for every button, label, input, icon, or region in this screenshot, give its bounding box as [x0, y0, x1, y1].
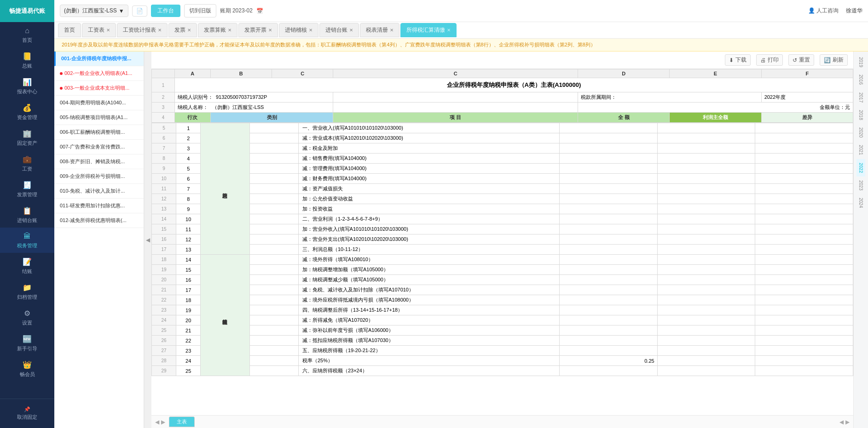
- left-panel-item-010[interactable]: 010-免税、减计收入及加计...: [54, 184, 144, 199]
- profit-cell[interactable]: [657, 275, 755, 285]
- diff-cell[interactable]: [755, 234, 853, 245]
- left-panel-item-007[interactable]: 007-广告费和业务宣传费跌...: [54, 140, 144, 154]
- year-item-2017[interactable]: 2017: [856, 89, 865, 106]
- year-item-2018[interactable]: 2018: [856, 106, 865, 124]
- profit-cell[interactable]: [657, 255, 755, 265]
- sidebar-item-畅会员[interactable]: 👑畅会员: [0, 356, 54, 382]
- sidebar-item-进销台账[interactable]: 📋进销台账: [0, 202, 54, 228]
- amount-cell[interactable]: [560, 275, 658, 285]
- amount-cell[interactable]: [560, 204, 658, 214]
- tab-工资统计报表[interactable]: 工资统计报表✕: [117, 23, 168, 37]
- user-service[interactable]: 👤 人工咨询: [808, 7, 839, 15]
- year-item-2019[interactable]: 2019: [856, 53, 865, 71]
- diff-cell[interactable]: [755, 366, 853, 376]
- diff-cell[interactable]: [755, 143, 853, 154]
- scroll-right-btn[interactable]: ▶: [845, 419, 850, 425]
- tab-所得税汇算清缴[interactable]: 所得税汇算清缴✕: [400, 23, 457, 37]
- sidebar-item-新手引导[interactable]: 🆕新手引导: [0, 330, 54, 356]
- tab-发票开票[interactable]: 发票开票✕: [238, 23, 278, 37]
- profit-cell[interactable]: [657, 133, 755, 143]
- year-item-2024[interactable]: 2024: [856, 194, 865, 211]
- amount-cell[interactable]: [560, 184, 658, 194]
- tab-close-icon[interactable]: ✕: [447, 28, 451, 33]
- profit-cell[interactable]: [657, 184, 755, 194]
- sidebar-item-总账[interactable]: 📒总账: [0, 47, 54, 73]
- profit-cell[interactable]: [657, 194, 755, 204]
- collapse-btn[interactable]: ◀: [144, 51, 151, 428]
- tab-close-icon[interactable]: ✕: [390, 28, 393, 33]
- sidebar-item-设置[interactable]: ⚙设置: [0, 304, 54, 330]
- diff-cell[interactable]: [755, 315, 853, 325]
- spreadsheet-container[interactable]: A B C C D E F: [151, 69, 853, 415]
- diff-cell[interactable]: [755, 325, 853, 336]
- doc-icon-btn[interactable]: 📄: [132, 6, 147, 17]
- tab-首页[interactable]: 首页: [58, 23, 81, 37]
- profit-cell[interactable]: [657, 336, 755, 346]
- profit-cell[interactable]: [657, 305, 755, 315]
- profit-cell[interactable]: [657, 285, 755, 295]
- amount-cell[interactable]: [560, 305, 658, 315]
- tab-close-icon[interactable]: ✕: [349, 28, 353, 33]
- sidebar-item-结账[interactable]: 📝结账: [0, 253, 54, 279]
- left-panel-item-003[interactable]: 003-一般企业成本支出明细...: [54, 81, 144, 96]
- sheet-tab-main[interactable]: 主表: [169, 417, 195, 427]
- profit-cell[interactable]: [657, 214, 755, 224]
- diff-cell[interactable]: [755, 214, 853, 224]
- amount-cell[interactable]: [560, 315, 658, 325]
- diff-cell[interactable]: [755, 194, 853, 204]
- year-item-2020[interactable]: 2020: [856, 124, 865, 141]
- amount-cell[interactable]: [560, 295, 658, 305]
- work-btn[interactable]: 工作台: [151, 5, 180, 17]
- left-panel-item-004[interactable]: 004-期间费用明细表(A1040...: [54, 96, 144, 110]
- tab-close-icon[interactable]: ✕: [158, 28, 162, 33]
- amount-cell[interactable]: 0.25: [560, 356, 658, 366]
- amount-cell[interactable]: [560, 325, 658, 336]
- profit-cell[interactable]: [657, 315, 755, 325]
- profit-cell[interactable]: [657, 356, 755, 366]
- tab-工资表[interactable]: 工资表✕: [82, 23, 116, 37]
- amount-cell[interactable]: [560, 174, 658, 184]
- profit-cell[interactable]: [657, 123, 755, 133]
- amount-cell[interactable]: [560, 346, 658, 356]
- amount-cell[interactable]: [560, 366, 658, 376]
- profit-cell[interactable]: [657, 325, 755, 336]
- profit-cell[interactable]: [657, 224, 755, 234]
- reset-btn[interactable]: ↺ 重置: [788, 54, 814, 66]
- tab-close-icon[interactable]: ✕: [228, 28, 231, 33]
- sidebar-item-税务管理[interactable]: 🏛税务管理: [0, 228, 54, 253]
- diff-cell[interactable]: [755, 204, 853, 214]
- tab-进销稽核[interactable]: 进销稽核✕: [279, 23, 318, 37]
- tab-发票算账[interactable]: 发票算账✕: [198, 23, 237, 37]
- diff-cell[interactable]: [755, 255, 853, 265]
- sidebar-item-归档管理[interactable]: 📁归档管理: [0, 279, 54, 304]
- prev-sheet-btn[interactable]: ◀: [155, 419, 159, 425]
- amount-cell[interactable]: [560, 194, 658, 204]
- diff-cell[interactable]: [755, 154, 853, 164]
- left-panel-item-008[interactable]: 008-资产折旧、摊销及纳税...: [54, 154, 144, 169]
- sidebar-item-固定资产[interactable]: 🏢固定资产: [0, 125, 54, 150]
- tab-close-icon[interactable]: ✕: [309, 28, 312, 33]
- sidebar-item-报表中心[interactable]: 📊报表中心: [0, 73, 54, 99]
- amount-cell[interactable]: [560, 123, 658, 133]
- year-item-2023[interactable]: 2023: [856, 177, 865, 194]
- amount-cell[interactable]: [560, 154, 658, 164]
- sidebar-item-发票管理[interactable]: 🧾发票管理: [0, 176, 54, 202]
- diff-cell[interactable]: [755, 356, 853, 366]
- profit-cell[interactable]: [657, 154, 755, 164]
- tab-close-icon[interactable]: ✕: [268, 28, 272, 33]
- next-sheet-btn[interactable]: ▶: [161, 419, 165, 425]
- print-btn[interactable]: 🖨 打印: [756, 54, 783, 66]
- profit-cell[interactable]: [657, 164, 755, 174]
- diff-cell[interactable]: [755, 123, 853, 133]
- profit-cell[interactable]: [657, 234, 755, 245]
- left-panel-item-001[interactable]: 001-企业所得税年度纳税申报...: [54, 51, 144, 66]
- left-panel-item-002[interactable]: 002-一般企业收入明细表(A1...: [54, 66, 144, 81]
- amount-cell[interactable]: [560, 143, 658, 154]
- amount-cell[interactable]: [560, 214, 658, 224]
- sidebar-item-资金管理[interactable]: 💰资金管理: [0, 99, 54, 125]
- refresh-btn[interactable]: 🔄 刷新: [820, 54, 848, 66]
- diff-cell[interactable]: [755, 295, 853, 305]
- amount-cell[interactable]: [560, 224, 658, 234]
- diff-cell[interactable]: [755, 285, 853, 295]
- download-btn[interactable]: ⬇ 下载: [725, 54, 751, 66]
